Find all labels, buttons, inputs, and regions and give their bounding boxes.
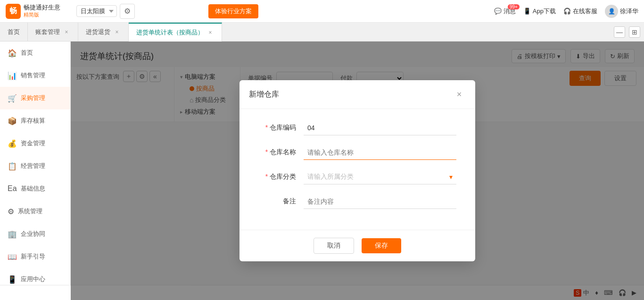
tab-bar-right: — ⊞	[614, 26, 644, 38]
modal-close-button[interactable]: ×	[453, 88, 466, 101]
form-row-remark: 备注	[258, 194, 456, 209]
basic-info-icon: Ea	[8, 184, 17, 193]
statistics-tab-label: 进货单统计表（按商品）	[136, 28, 204, 37]
tab-bar: 首页 账套管理 × 进货退货 × 进货单统计表（按商品） × — ⊞	[0, 23, 644, 42]
content-area: 进货单统计(按商品) 🖨 按模板打印 ▾ ⬇ 导出 ↻ 刷新	[71, 42, 644, 300]
search-area: 日太阳膜 ⚙	[76, 4, 208, 19]
sidebar: 🏠 首页 📊 销售管理 🛒 采购管理 📦 库存核算 💰 资金管理 📋 经营管理 …	[0, 42, 71, 300]
sidebar-label-purchase: 采购管理	[21, 94, 45, 102]
sidebar-item-sales[interactable]: 📊 销售管理	[0, 64, 70, 87]
logo-icon: 畅	[6, 4, 21, 19]
accounts-tab-label: 账套管理	[35, 28, 60, 36]
sidebar-item-inventory[interactable]: 📦 库存核算	[0, 109, 70, 132]
operations-icon: 📋	[8, 162, 17, 171]
returns-tab-close[interactable]: ×	[113, 28, 121, 36]
tab-minus-btn[interactable]: —	[614, 26, 625, 38]
remark-input[interactable]	[304, 194, 456, 209]
sidebar-item-guide[interactable]: 📖 新手引导	[0, 245, 70, 268]
sidebar-item-basic-info[interactable]: Ea 基础信息	[0, 177, 70, 200]
modal-overlay: 新增仓库 × 仓库编码 仓库名称	[71, 42, 644, 300]
modal-body: 仓库编码 仓库名称 仓库分类 请输入所属分类 ▾	[239, 109, 475, 230]
category-chevron-icon: ▾	[449, 173, 453, 181]
category-select[interactable]: 请输入所属分类 ▾	[304, 169, 456, 184]
name-label: 仓库名称	[258, 148, 296, 157]
tab-statistics[interactable]: 进货单统计表（按商品） ×	[129, 23, 222, 42]
category-placeholder: 请输入所属分类	[307, 173, 354, 181]
category-label: 仓库分类	[258, 173, 296, 181]
sidebar-label-enterprise: 企业协同	[21, 230, 45, 238]
sidebar-label-inventory: 库存核算	[21, 117, 45, 125]
tab-accounts[interactable]: 账套管理 ×	[28, 23, 78, 42]
sidebar-label-sales: 销售管理	[21, 71, 45, 80]
nav-right: 💬 消息 99+ 📱 App下载 🎧 在线客服 👤 徐泽华	[494, 5, 638, 18]
sidebar-label-apps: 应用中心	[21, 275, 45, 283]
inventory-icon: 📦	[8, 117, 17, 125]
top-navigation: 畅 畅捷通好生意 精简版 日太阳膜 ⚙ 体验行业方案 💬 消息 99+ 📱 Ap…	[0, 0, 644, 23]
logo-text-block: 畅捷通好生意 精简版	[24, 4, 60, 18]
home-icon: 🏠	[8, 49, 17, 58]
guide-icon: 📖	[8, 252, 17, 261]
sidebar-item-operations[interactable]: 📋 经营管理	[0, 155, 70, 177]
sidebar-item-system[interactable]: ⚙ 系统管理	[0, 200, 70, 223]
shop-selector[interactable]: 日太阳膜	[76, 5, 117, 17]
main-layout: 🏠 首页 📊 销售管理 🛒 采购管理 📦 库存核算 💰 资金管理 📋 经营管理 …	[0, 42, 644, 300]
message-badge: 99+	[508, 4, 520, 9]
app-download-label: App下载	[533, 7, 556, 16]
logo-area: 畅 畅捷通好生意 精简版	[6, 4, 76, 19]
online-service-item[interactable]: 🎧 在线客服	[563, 7, 597, 16]
modal-header: 新增仓库 ×	[239, 80, 475, 109]
sidebar-label-guide: 新手引导	[21, 252, 45, 261]
add-warehouse-modal: 新增仓库 × 仓库编码 仓库名称	[239, 80, 475, 261]
form-row-code: 仓库编码	[258, 120, 456, 135]
sidebar-label-finance: 资金管理	[21, 139, 45, 148]
modal-title: 新增仓库	[249, 90, 279, 100]
logo-text: 畅捷通好生意	[24, 4, 60, 11]
returns-tab-label: 进货退货	[86, 28, 110, 36]
name-input[interactable]	[304, 145, 456, 160]
tab-returns[interactable]: 进货退货 ×	[78, 23, 129, 42]
sidebar-label-operations: 经营管理	[21, 162, 45, 170]
online-service-label: 在线客服	[573, 7, 597, 16]
accounts-tab-close[interactable]: ×	[63, 28, 70, 36]
sidebar-label-home: 首页	[21, 49, 33, 57]
trial-button[interactable]: 体验行业方案	[208, 4, 258, 18]
remark-label: 备注	[258, 197, 296, 206]
home-tab-label: 首页	[8, 28, 20, 36]
cancel-button[interactable]: 取消	[314, 238, 354, 254]
sidebar-label-system: 系统管理	[18, 207, 42, 216]
sales-icon: 📊	[8, 71, 17, 80]
form-row-name: 仓库名称	[258, 145, 456, 160]
purchase-icon: 🛒	[8, 94, 17, 103]
code-label: 仓库编码	[258, 124, 296, 132]
logo-sub: 精简版	[24, 11, 60, 18]
sidebar-label-basic-info: 基础信息	[21, 184, 45, 193]
system-icon: ⚙	[8, 207, 14, 216]
sidebar-item-finance[interactable]: 💰 资金管理	[0, 132, 70, 155]
statistics-tab-close[interactable]: ×	[206, 29, 214, 36]
apps-icon: 📱	[8, 275, 17, 284]
phone-icon: 📱	[523, 8, 531, 15]
app-download-item[interactable]: 📱 App下载	[523, 7, 556, 16]
tab-home[interactable]: 首页	[0, 23, 28, 42]
message-icon: 💬	[494, 8, 502, 15]
sidebar-item-home[interactable]: 🏠 首页	[0, 42, 70, 64]
sidebar-item-enterprise[interactable]: 🏢 企业协同	[0, 223, 70, 245]
enterprise-icon: 🏢	[8, 230, 17, 239]
code-input[interactable]	[304, 120, 456, 135]
headset-icon: 🎧	[563, 8, 571, 15]
modal-footer: 取消 保存	[239, 230, 475, 261]
save-button[interactable]: 保存	[362, 238, 401, 253]
finance-icon: 💰	[8, 139, 17, 148]
tab-expand-btn[interactable]: ⊞	[629, 26, 640, 38]
form-row-category: 仓库分类 请输入所属分类 ▾	[258, 169, 456, 184]
avatar-circle: 👤	[605, 5, 618, 18]
user-avatar[interactable]: 👤 徐泽华	[605, 5, 638, 18]
username-label: 徐泽华	[620, 7, 638, 16]
gear-button[interactable]: ⚙	[120, 4, 135, 19]
sidebar-item-purchase[interactable]: 🛒 采购管理	[0, 87, 70, 109]
message-item[interactable]: 💬 消息 99+	[494, 7, 516, 16]
